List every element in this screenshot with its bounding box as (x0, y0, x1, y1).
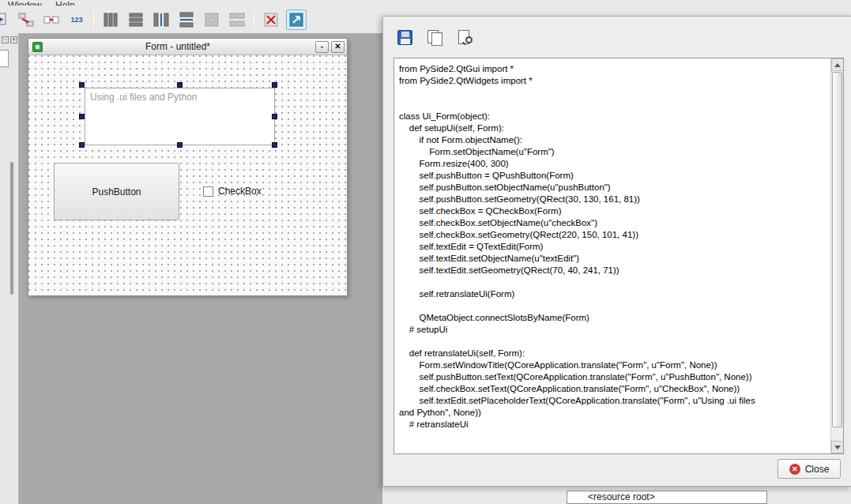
code-line: self.textEdit.setGeometry(QRect(70, 40, … (399, 265, 829, 276)
selection-handle[interactable] (79, 142, 85, 148)
code-line (399, 336, 829, 348)
copy-icon (427, 29, 442, 45)
code-line: self.pushButton.setObjectName(u"pushButt… (399, 182, 829, 194)
preview-toolbar (394, 26, 475, 48)
minimize-button[interactable]: - (315, 41, 329, 53)
selection-handle[interactable] (272, 142, 277, 148)
selection-handle[interactable] (177, 142, 183, 148)
close-button[interactable]: ✕ Close (778, 459, 841, 479)
copy-button[interactable] (424, 26, 445, 48)
code-line: and Python", None)) (399, 407, 829, 419)
code-line: self.pushButton = QPushButton(Form) (399, 170, 829, 182)
save-button[interactable] (394, 26, 415, 48)
code-line (399, 87, 829, 99)
code-editor-content[interactable]: from PySide2.QtGui import *from PySide2.… (394, 58, 830, 453)
checkbox-widget[interactable]: CheckBox (203, 186, 262, 197)
edit-widgets-icon[interactable] (0, 9, 11, 30)
code-line (399, 99, 829, 111)
form-window-icon (32, 42, 43, 52)
form-window-titlebar[interactable]: Form - untitled* - ✕ (28, 39, 347, 55)
close-window-button[interactable]: ✕ (331, 41, 345, 53)
code-line: QMetaObject.connectSlotsByName(Form) (399, 312, 829, 324)
code-line (399, 300, 829, 312)
edit-buddies-icon[interactable] (41, 9, 62, 30)
close-button-label: Close (805, 464, 830, 475)
find-button[interactable] (454, 26, 475, 48)
resource-root-item[interactable]: <resource root> (567, 491, 766, 503)
code-line: # setupUi (399, 324, 829, 336)
code-line: def setupUi(self, Form): (399, 122, 829, 134)
left-dock-strip: ▫ ✕ (0, 33, 19, 504)
widgetbox-filter-partial[interactable] (0, 50, 9, 67)
code-line: from PySide2.QtGui import * (399, 63, 829, 75)
code-line: if not Form.objectName(): (399, 134, 829, 146)
toolbar-separator (93, 11, 94, 28)
code-scrollbar[interactable] (830, 58, 843, 453)
scrollbar-thumb[interactable] (832, 72, 842, 427)
layout-form-icon[interactable] (227, 9, 247, 30)
save-icon (397, 30, 412, 45)
code-preview-dialog: from PySide2.QtGui import *from PySide2.… (382, 16, 851, 487)
code-line: from PySide2.QtWidgets import * (399, 75, 829, 87)
pushbutton-widget[interactable]: PushButton (54, 163, 179, 220)
widgetbox-scrollbar[interactable] (10, 162, 13, 295)
code-line: def retranslateUi(self, Form): (399, 348, 829, 359)
checkbox-label: CheckBox (218, 186, 262, 197)
break-layout-icon[interactable] (261, 9, 281, 30)
dock-close-icon[interactable]: ✕ (10, 36, 17, 43)
layout-horizontal-splitter-icon[interactable] (151, 9, 171, 30)
textedit-widget[interactable]: Using .ui files and Python (85, 88, 275, 145)
checkbox-box[interactable] (203, 186, 213, 197)
code-line: self.textEdit = QTextEdit(Form) (399, 241, 829, 253)
selection-handle[interactable] (272, 82, 277, 88)
layout-horizontal-icon[interactable] (100, 9, 121, 30)
code-line: self.checkBox.setText(QCoreApplication.t… (399, 383, 829, 395)
selection-handle[interactable] (79, 114, 85, 119)
code-line: self.textEdit.setPlaceholderText(QCoreAp… (399, 395, 829, 407)
scroll-up-icon[interactable] (831, 58, 844, 71)
selection-handle[interactable] (272, 114, 277, 119)
code-line: Form.setObjectName(u"Form") (399, 146, 829, 158)
form-canvas[interactable]: Using .ui files and Python PushButton Ch… (28, 55, 347, 295)
edit-signals-slots-icon[interactable] (16, 9, 36, 30)
layout-grid-icon[interactable] (201, 9, 222, 30)
code-line: Form.setWindowTitle(QCoreApplication.tra… (399, 359, 829, 371)
code-line: self.checkBox = QCheckBox(Form) (399, 205, 829, 217)
code-viewer[interactable]: from PySide2.QtGui import *from PySide2.… (393, 58, 844, 454)
menubar: Window Help (0, 0, 332, 6)
form-window-title: Form - untitled* (43, 41, 313, 52)
close-x-icon: ✕ (789, 464, 800, 475)
adjust-size-icon[interactable] (286, 9, 307, 30)
scroll-down-icon[interactable] (831, 441, 844, 453)
designer-toolbar: 123 (0, 6, 379, 33)
code-line (399, 276, 829, 288)
menu-window[interactable]: Window (8, 0, 42, 6)
layout-vertical-icon[interactable] (126, 9, 146, 30)
layout-vertical-splitter-icon[interactable] (176, 9, 197, 30)
code-line: self.pushButton.setText(QCoreApplication… (399, 371, 829, 383)
code-line: self.checkBox.setObjectName(u"checkBox") (399, 217, 829, 229)
tab-order-label: 123 (70, 16, 82, 24)
selection-handle[interactable] (177, 82, 183, 88)
code-line: self.textEdit.setObjectName(u"textEdit") (399, 253, 829, 265)
toolbar-separator (254, 11, 254, 28)
code-line: self.retranslateUi(Form) (399, 288, 829, 300)
code-line: class Ui_Form(object): (399, 111, 829, 122)
code-line: # retranslateUi (399, 419, 829, 431)
code-line: self.checkBox.setGeometry(QRect(220, 150… (399, 229, 829, 241)
menu-help[interactable]: Help (55, 0, 75, 6)
selection-handle[interactable] (79, 82, 85, 88)
find-icon (457, 29, 473, 45)
edit-tab-order-icon[interactable]: 123 (66, 9, 87, 30)
form-editor-window[interactable]: Form - untitled* - ✕ Using .ui files and… (28, 38, 348, 295)
dock-float-icon[interactable]: ▫ (2, 36, 9, 43)
code-line: Form.resize(400, 300) (399, 158, 829, 170)
resource-browser-partial[interactable]: <resource root> (567, 491, 767, 504)
code-line: self.pushButton.setGeometry(QRect(30, 13… (399, 194, 829, 205)
